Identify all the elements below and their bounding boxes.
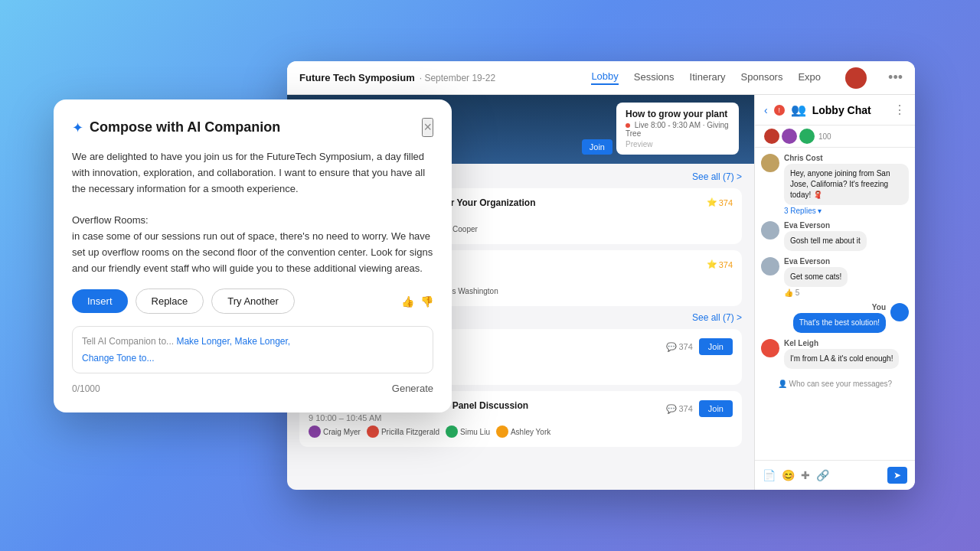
- feedback-icons: 👍 👎: [401, 295, 433, 308]
- nav-links: Lobby Sessions Itinerary Sponsors Expo •…: [591, 67, 903, 89]
- comment-count-4: 💬374: [666, 404, 692, 414]
- chat-message-4: You That's the best solution!: [761, 303, 909, 333]
- session-time-4: 9 10:00 – 10:45 AM: [309, 413, 666, 422]
- nav-sessions[interactable]: Sessions: [634, 71, 675, 84]
- chat-message-2: Eva Everson Gosh tell me about it: [761, 221, 909, 251]
- chat-panel: ‹ ! 👥 Lobby Chat ⋮ 100 Chris Cost Hey,: [754, 95, 915, 490]
- chat-messages: Chris Cost Hey, anyone joining from San …: [755, 148, 915, 460]
- emoji-icon[interactable]: 😊: [782, 469, 795, 481]
- ai-companion-panel: ✦ Compose with AI Companion × We are del…: [54, 99, 452, 412]
- speaker-4b: Pricilla Fitzgerald: [367, 425, 439, 438]
- suggestion-links: Change Tone to...: [82, 353, 423, 364]
- live-indicator: [626, 123, 630, 128]
- nav-lobby[interactable]: Lobby: [591, 70, 618, 85]
- join-button-3[interactable]: Join: [699, 338, 733, 355]
- comment-count-3: 💬374: [666, 342, 692, 352]
- msg-sender-3: Eva Everson: [784, 257, 909, 266]
- chat-send-button[interactable]: ➤: [887, 467, 907, 484]
- speaker-4a: Craig Myer: [309, 425, 361, 438]
- ai-sparkle-icon: ✦: [72, 119, 83, 136]
- chat-back-button[interactable]: ‹: [764, 104, 768, 116]
- star-count-1: ⭐374: [707, 197, 733, 207]
- suggestion-make-longer-2[interactable]: Make Longer,: [234, 336, 290, 347]
- hero-join-button[interactable]: Join: [582, 139, 612, 155]
- generate-button[interactable]: Generate: [392, 383, 433, 394]
- msg-avatar-4: [890, 303, 909, 321]
- chat-input-area: 📄 😊 ✚ 🔗 ➤: [755, 460, 915, 490]
- msg-content-4: You That's the best solution!: [761, 303, 886, 333]
- star-count-2: ⭐374: [707, 259, 733, 269]
- link-icon[interactable]: 🔗: [816, 469, 829, 481]
- chat-member-count: 100: [818, 132, 831, 141]
- ai-companion-header: ✦ Compose with AI Companion ×: [72, 118, 433, 137]
- hero-card: How to grow your plant Live 8:00 - 9:30 …: [616, 103, 739, 155]
- msg-bubble-4: That's the best solution!: [793, 313, 886, 333]
- msg-avatar-1: [761, 154, 779, 172]
- msg-avatar-5: [761, 339, 779, 357]
- ai-footer: 0/1000 Generate: [72, 383, 433, 394]
- chat-more-button[interactable]: ⋮: [893, 103, 906, 117]
- session-speakers-4: Craig Myer Pricilla Fitzgerald Simu Liu: [309, 425, 666, 438]
- msg-content-5: Kel Leigh I'm from LA & it's cold enough…: [784, 339, 909, 369]
- speaker-4d: Ashley York: [496, 425, 550, 438]
- hero-card-title: How to grow your plant: [626, 109, 730, 119]
- suggestion-make-longer-1[interactable]: Make Longer,: [176, 336, 232, 347]
- chat-title: Lobby Chat: [812, 104, 887, 116]
- msg-bubble-2: Gosh tell me about it: [784, 231, 867, 251]
- ai-action-buttons: Insert Replace Try Another 👍 👎: [72, 289, 433, 314]
- session-actions-1: ⭐374: [707, 197, 733, 207]
- msg-sender-4: You: [761, 303, 886, 311]
- file-icon[interactable]: 📄: [763, 469, 776, 481]
- msg-bubble-1: Hey, anyone joining from San Jose, Calif…: [784, 164, 909, 205]
- msg-avatar-2: [761, 221, 779, 240]
- ai-companion-title: Compose with AI Companion: [90, 119, 422, 135]
- plus-icon[interactable]: ✚: [801, 469, 810, 481]
- msg-sender-1: Chris Cost: [784, 154, 909, 162]
- hero-card-sub: Live 8:00 - 9:30 AM · Giving Tree: [626, 121, 730, 138]
- msg-avatar-3: [761, 257, 779, 276]
- hero-card-preview: Preview: [626, 140, 730, 148]
- chat-avatar-2: [782, 129, 797, 144]
- ai-generated-text: We are delighted to have you join us for…: [72, 149, 433, 276]
- chat-message-1: Chris Cost Hey, anyone joining from San …: [761, 154, 909, 215]
- chat-notification-badge: !: [774, 105, 785, 116]
- join-button-4[interactable]: Join: [699, 400, 733, 417]
- nav-bar: Future Tech Symposium · September 19-22 …: [287, 61, 915, 95]
- chat-avatar-3: [799, 129, 815, 144]
- msg-sender-2: Eva Everson: [784, 221, 909, 230]
- app-title: Future Tech Symposium: [299, 72, 415, 83]
- msg-sender-5: Kel Leigh: [784, 339, 909, 347]
- session-actions-4: 💬374 Join: [666, 400, 733, 417]
- nav-itinerary[interactable]: Itinerary: [690, 71, 726, 84]
- chat-message-5: Kel Leigh I'm from LA & it's cold enough…: [761, 339, 909, 369]
- msg-content-1: Chris Cost Hey, anyone joining from San …: [784, 154, 909, 215]
- try-another-button[interactable]: Try Another: [211, 289, 295, 314]
- replace-button[interactable]: Replace: [136, 289, 204, 314]
- session-actions-3: 💬374 Join: [666, 338, 733, 355]
- suggestion-prompt: Tell AI Companion to... Make Longer, Mak…: [82, 336, 423, 347]
- msg-content-2: Eva Everson Gosh tell me about it: [784, 221, 909, 251]
- suggestion-change-tone[interactable]: Change Tone to...: [82, 353, 155, 364]
- msg-content-3: Eva Everson Get some cats! 👍 5: [784, 257, 909, 297]
- char-count: 0/1000: [72, 383, 100, 394]
- chat-message-3: Eva Everson Get some cats! 👍 5: [761, 257, 909, 297]
- nav-sponsors[interactable]: Sponsors: [741, 71, 783, 84]
- chat-group-icon: 👥: [791, 103, 806, 117]
- ai-suggestion-area: Tell AI Companion to... Make Longer, Mak…: [72, 326, 433, 373]
- nav-more-button[interactable]: •••: [888, 70, 903, 86]
- who-can-see[interactable]: 👤 Who can see your messages?: [761, 375, 909, 393]
- nav-expo[interactable]: Expo: [798, 71, 821, 84]
- msg-replies-1[interactable]: 3 Replies ▾: [784, 207, 909, 215]
- speaker-4c: Simu Liu: [446, 425, 490, 438]
- thumbs-down-button[interactable]: 👎: [420, 295, 433, 308]
- chat-avatars: 100: [755, 126, 915, 148]
- ai-close-button[interactable]: ×: [422, 118, 433, 137]
- app-subtitle: · September 19-22: [420, 73, 495, 83]
- thumbs-up-button[interactable]: 👍: [401, 295, 414, 308]
- session-actions-2: ⭐374: [707, 259, 733, 269]
- msg-bubble-3: Get some cats!: [784, 267, 848, 287]
- user-avatar[interactable]: [845, 67, 867, 89]
- chat-avatar-1: [764, 129, 779, 144]
- msg-bubble-5: I'm from LA & it's cold enough!: [784, 349, 899, 369]
- insert-button[interactable]: Insert: [72, 289, 128, 313]
